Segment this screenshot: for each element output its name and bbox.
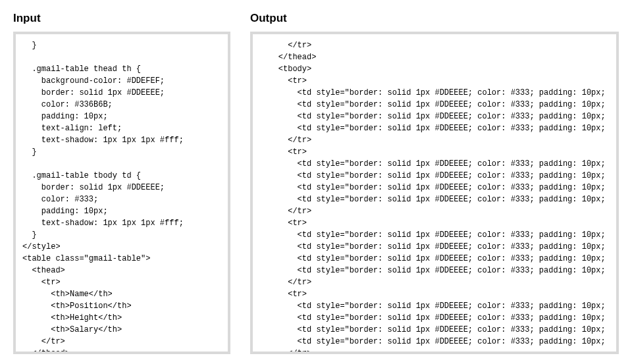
input-heading: Input bbox=[13, 12, 230, 25]
output-column: Output </tr> </thead> <tbody> <tr> <td s… bbox=[250, 12, 619, 354]
input-panel: } .gmail-table thead th { background-col… bbox=[13, 32, 230, 354]
input-code-block: } .gmail-table thead th { background-col… bbox=[22, 39, 221, 354]
output-heading: Output bbox=[250, 12, 619, 25]
input-column: Input } .gmail-table thead th { backgrou… bbox=[13, 12, 230, 354]
output-panel: </tr> </thead> <tbody> <tr> <td style="b… bbox=[250, 32, 619, 354]
output-code-block: </tr> </thead> <tbody> <tr> <td style="b… bbox=[259, 39, 610, 354]
